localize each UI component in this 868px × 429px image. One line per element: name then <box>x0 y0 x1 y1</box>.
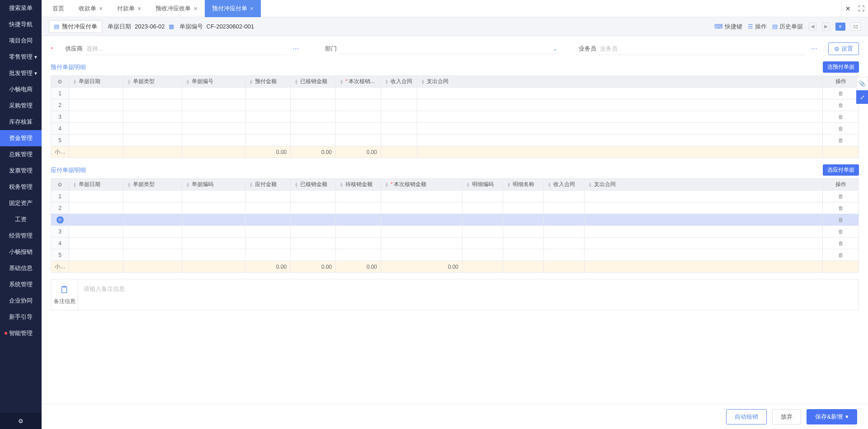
dept-input[interactable]: ⌄ <box>340 43 558 54</box>
sidebar-settings[interactable]: ⚙ <box>0 413 42 429</box>
prev-record[interactable]: ◀ <box>808 23 816 31</box>
sidebar-item-14[interactable]: 经营管理 <box>0 228 42 244</box>
trash-icon[interactable]: 🗑 <box>838 205 844 211</box>
col-header[interactable]: 操作 <box>823 76 859 88</box>
sidebar-item-4[interactable]: 批发管理▼ <box>0 65 42 81</box>
table-row[interactable]: 5🗑 <box>51 249 859 261</box>
ops-button[interactable]: ☰ 操作 <box>748 23 767 31</box>
select-payable-button[interactable]: 选应付单据 <box>823 164 859 176</box>
view-mode-list[interactable]: ≡ <box>835 23 845 31</box>
sidebar-item-6[interactable]: 采购管理 <box>0 98 42 114</box>
sort-icon[interactable]: ▲▼ <box>385 182 389 187</box>
trash-icon[interactable]: 🗑 <box>838 228 844 235</box>
fullscreen-icon[interactable]: ⛶ <box>854 0 868 17</box>
sidebar-item-7[interactable]: 库存核算 <box>0 114 42 130</box>
sidebar-item-11[interactable]: 税务管理 <box>0 179 42 195</box>
sidebar-item-15[interactable]: 小畅报销 <box>0 244 42 260</box>
plus-icon[interactable]: + <box>57 216 64 224</box>
col-header[interactable]: ▲▼单据日期 <box>69 76 123 88</box>
sort-icon[interactable]: ▲▼ <box>588 182 592 187</box>
expand-icon[interactable]: ⤢ <box>856 90 868 104</box>
col-header[interactable]: ▲▼收入合同 <box>381 76 417 88</box>
sort-icon[interactable]: ▲▼ <box>249 182 253 187</box>
sidebar-item-19[interactable]: 新手引导 <box>0 309 42 325</box>
table-row[interactable]: 2🗑 <box>51 202 859 214</box>
sort-icon[interactable]: ▲▼ <box>186 79 190 84</box>
col-header[interactable]: ▲▼单据类型 <box>123 76 182 88</box>
close-icon[interactable]: × <box>250 5 254 12</box>
attachment-icon[interactable]: 📎 <box>856 77 868 90</box>
col-header[interactable]: ▲▼预付金额 <box>245 76 291 88</box>
sidebar-item-2[interactable]: 项目合同 <box>0 33 42 49</box>
col-header[interactable]: ▲▼支出合同 <box>585 179 823 191</box>
col-header[interactable]: ⚙ <box>51 76 69 88</box>
sort-icon[interactable]: ▲▼ <box>466 182 470 187</box>
sidebar-item-16[interactable]: 基础信息 <box>0 260 42 276</box>
trash-icon[interactable]: 🗑 <box>838 126 844 132</box>
sort-icon[interactable]: ▲▼ <box>340 182 344 187</box>
remark-input[interactable]: 请输入备注信息 <box>78 280 859 310</box>
table-row[interactable]: 2🗑 <box>51 99 859 111</box>
sidebar-item-20[interactable]: 智能管理 <box>0 325 42 341</box>
shortcut-button[interactable]: ⌨ 快捷键 <box>714 23 742 31</box>
sort-icon[interactable]: ▲▼ <box>73 79 77 84</box>
trash-icon[interactable]: 🗑 <box>838 102 844 108</box>
table-row[interactable]: 5🗑 <box>51 135 859 146</box>
table-row[interactable]: 1🗑 <box>51 191 859 202</box>
trash-icon[interactable]: 🗑 <box>838 217 844 223</box>
table-row[interactable]: 1🗑 <box>51 88 859 99</box>
trash-icon[interactable]: 🗑 <box>838 114 844 120</box>
sort-icon[interactable]: ▲▼ <box>507 182 511 187</box>
sidebar-item-1[interactable]: 快捷导航 <box>0 16 42 33</box>
close-icon[interactable]: × <box>137 5 141 12</box>
sort-icon[interactable]: ▲▼ <box>73 182 77 187</box>
trash-icon[interactable]: 🗑 <box>838 90 844 97</box>
table-row[interactable]: 3🗑 <box>51 111 859 123</box>
clerk-more-icon[interactable]: ⋯ <box>811 45 817 52</box>
sort-icon[interactable]: ▲▼ <box>294 182 298 187</box>
col-header[interactable]: ▲▼支出合同 <box>417 76 823 88</box>
sort-icon[interactable]: ▲▼ <box>249 79 253 84</box>
settings-button[interactable]: ⚙ 设置 <box>828 42 859 55</box>
auto-write-off-button[interactable]: 自动核销 <box>726 409 767 424</box>
tab-4[interactable]: 预付冲应付单× <box>205 0 261 17</box>
discard-button[interactable]: 放弃 <box>772 409 801 424</box>
col-header[interactable]: ▲▼明细编码 <box>462 179 503 191</box>
sidebar-item-10[interactable]: 发票管理 <box>0 163 42 179</box>
history-button[interactable]: ▤ 历史单据 <box>772 23 803 31</box>
tabs-close-all[interactable]: × <box>841 0 854 17</box>
gear-icon[interactable]: ⚙ <box>57 79 62 85</box>
tab-1[interactable]: 收款单× <box>71 0 110 17</box>
col-header[interactable]: 操作 <box>823 179 859 191</box>
date-value[interactable]: 2023-06-02 <box>135 23 165 30</box>
insert-row[interactable]: +🗑 <box>51 214 859 226</box>
tab-0[interactable]: 首页 <box>45 0 71 17</box>
col-header[interactable]: ▲▼*本次核销... <box>336 76 381 88</box>
col-header[interactable]: ▲▼收入合同 <box>544 179 585 191</box>
sort-icon[interactable]: ▲▼ <box>385 79 389 84</box>
col-header[interactable]: ▲▼*本次核销金额 <box>381 179 462 191</box>
col-header[interactable]: ▲▼单据编号 <box>182 76 245 88</box>
next-record[interactable]: ▶ <box>822 23 830 31</box>
view-mode-grid[interactable]: ▯▯ <box>851 23 861 31</box>
col-header[interactable]: ▲▼单据类型 <box>123 179 182 191</box>
sort-icon[interactable]: ▲▼ <box>127 182 131 187</box>
sort-icon[interactable]: ▲▼ <box>340 79 344 84</box>
sidebar-item-9[interactable]: 总账管理 <box>0 146 42 163</box>
close-icon[interactable]: × <box>99 5 103 12</box>
sort-icon[interactable]: ▲▼ <box>186 182 190 187</box>
sidebar-item-13[interactable]: 工资 <box>0 211 42 228</box>
col-header[interactable]: ▲▼已核销金额 <box>291 76 336 88</box>
trash-icon[interactable]: 🗑 <box>838 240 844 247</box>
calendar-icon[interactable]: ▦ <box>169 23 174 30</box>
sort-icon[interactable]: ▲▼ <box>294 79 298 84</box>
sidebar-item-5[interactable]: 小畅电商 <box>0 81 42 98</box>
col-header[interactable]: ▲▼单据日期 <box>69 179 123 191</box>
table-row[interactable]: 4🗑 <box>51 238 859 249</box>
tab-3[interactable]: 预收冲应收单× <box>148 0 204 17</box>
select-prepay-button[interactable]: 选预付单据 <box>823 61 859 73</box>
trash-icon[interactable]: 🗑 <box>838 252 844 258</box>
col-header[interactable]: ▲▼应付金额 <box>245 179 291 191</box>
gear-icon[interactable]: ⚙ <box>57 182 62 188</box>
supplier-more-icon[interactable]: ⋯ <box>292 45 299 52</box>
